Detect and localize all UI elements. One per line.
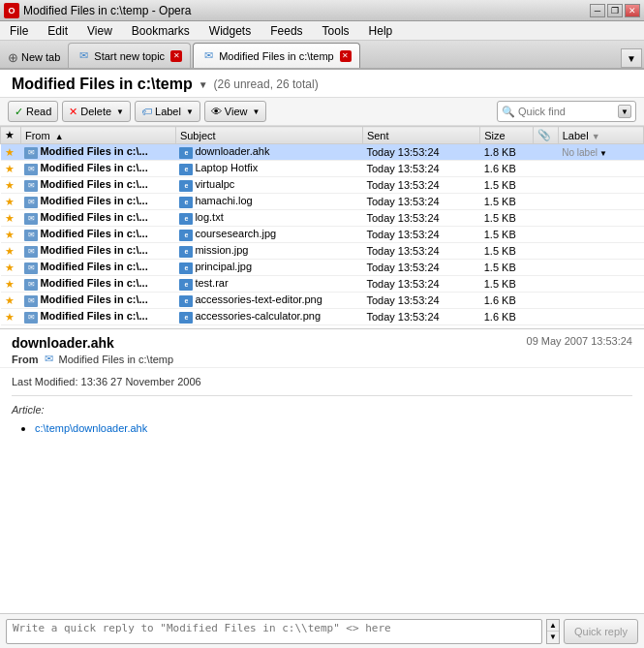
attachment-cell: [534, 161, 558, 177]
view-button[interactable]: 👁 View ▼: [204, 101, 267, 122]
menu-bookmarks[interactable]: Bookmarks: [126, 23, 196, 39]
star-cell[interactable]: ★: [1, 177, 21, 194]
star-cell[interactable]: ★: [1, 293, 21, 309]
table-row[interactable]: ★✉Modified Files in c:\...eLaptop Hotfix…: [1, 161, 644, 177]
label-dropdown-icon[interactable]: ▼: [599, 149, 607, 158]
search-dropdown-arrow[interactable]: ▼: [618, 105, 631, 118]
col-subject[interactable]: Subject: [175, 127, 362, 144]
restore-button[interactable]: ❐: [607, 4, 623, 17]
menu-feeds[interactable]: Feeds: [264, 23, 308, 39]
preview-divider: [12, 395, 632, 396]
col-size[interactable]: Size: [480, 127, 534, 144]
star-icon: ★: [5, 262, 15, 273]
size-cell: 1.5 KB: [480, 194, 534, 210]
preview-article-list: c:\temp\downloader.ahk: [12, 421, 632, 435]
star-cell[interactable]: ★: [1, 161, 21, 177]
size-cell: 1.5 KB: [480, 243, 534, 260]
sent-cell: Today 13:53:24: [362, 309, 479, 325]
email-from-icon: ✉: [24, 262, 38, 274]
menu-view[interactable]: View: [81, 23, 118, 39]
menu-help[interactable]: Help: [363, 23, 399, 39]
col-label[interactable]: Label ▼: [558, 127, 643, 144]
search-icon: 🔍: [502, 106, 515, 118]
from-cell: ✉Modified Files in c:\...: [20, 177, 175, 194]
delete-button[interactable]: ✕ Delete ▼: [62, 101, 131, 122]
search-input[interactable]: [518, 106, 615, 117]
delete-dropdown-icon[interactable]: ▼: [116, 108, 124, 116]
attachment-cell: [534, 309, 558, 325]
star-cell[interactable]: ★: [1, 144, 21, 161]
minimize-button[interactable]: ─: [590, 4, 605, 17]
star-cell[interactable]: ★: [1, 210, 21, 227]
menu-edit[interactable]: Edit: [42, 23, 74, 39]
table-row[interactable]: ★✉Modified Files in c:\...elog.txtToday …: [1, 210, 644, 227]
star-cell[interactable]: ★: [1, 194, 21, 210]
window-controls: ─ ❐ ✕: [590, 4, 640, 17]
col-from[interactable]: From ▲: [20, 127, 175, 144]
col-sent[interactable]: Sent: [362, 127, 479, 144]
attachment-cell: [534, 276, 558, 293]
subject-value: log.txt: [195, 211, 223, 223]
subject-cell: ehamachi.log: [175, 194, 362, 210]
from-value: Modified Files in c:\...: [40, 310, 147, 322]
star-cell[interactable]: ★: [1, 227, 21, 243]
reply-scroll-down[interactable]: ▼: [547, 632, 559, 643]
view-dropdown-icon[interactable]: ▼: [253, 108, 261, 116]
tab-close-start-new-topic[interactable]: ✕: [170, 50, 182, 62]
from-value: Modified Files in c:\...: [40, 178, 147, 190]
menu-tools[interactable]: Tools: [317, 23, 355, 39]
new-tab-button[interactable]: ⊕ New tab: [2, 46, 66, 68]
close-button[interactable]: ✕: [625, 4, 640, 17]
size-cell: 1.5 KB: [480, 210, 534, 227]
from-value: Modified Files in c:\...: [40, 228, 147, 239]
email-from-icon: ✉: [24, 197, 38, 208]
col-attachment[interactable]: 📎: [534, 127, 558, 144]
table-row[interactable]: ★✉Modified Files in c:\...edownloader.ah…: [1, 144, 644, 161]
title-bar: O Modified Files in c:\temp - Opera ─ ❐ …: [0, 0, 644, 21]
table-row[interactable]: ★✉Modified Files in c:\...eaccessories-t…: [1, 293, 644, 309]
email-from-icon: ✉: [24, 246, 38, 258]
tab-start-new-topic[interactable]: ✉ Start new topic ✕: [68, 43, 191, 68]
from-cell: ✉Modified Files in c:\...: [20, 260, 175, 276]
star-icon: ★: [5, 245, 15, 257]
table-row[interactable]: ★✉Modified Files in c:\...eaccessories-c…: [1, 309, 644, 325]
sent-cell: Today 13:53:24: [362, 161, 479, 177]
preview-link[interactable]: c:\temp\downloader.ahk: [35, 422, 147, 434]
menu-file[interactable]: File: [4, 23, 34, 39]
label-cell: [558, 210, 643, 227]
read-button[interactable]: ✓ Read: [8, 101, 58, 122]
table-row[interactable]: ★✉Modified Files in c:\...emission.jpgTo…: [1, 243, 644, 260]
table-row[interactable]: ★✉Modified Files in c:\...eprincipal.jpg…: [1, 260, 644, 276]
star-cell[interactable]: ★: [1, 260, 21, 276]
tab-close-modified-files[interactable]: ✕: [340, 50, 352, 62]
preview-header: 09 May 2007 13:53:24 downloader.ahk From…: [0, 329, 644, 368]
tab-menu-button[interactable]: ▼: [621, 48, 642, 68]
menu-widgets[interactable]: Widgets: [203, 23, 257, 39]
page-title-arrow[interactable]: ▼: [199, 79, 208, 90]
reply-input[interactable]: [6, 619, 542, 644]
table-row[interactable]: ★✉Modified Files in c:\...evirtualpcToda…: [1, 177, 644, 194]
subject-value: Laptop Hotfix: [195, 162, 258, 173]
star-cell[interactable]: ★: [1, 243, 21, 260]
label-button[interactable]: 🏷 Label ▼: [135, 101, 200, 122]
col-star[interactable]: ★: [1, 127, 21, 144]
table-row[interactable]: ★✉Modified Files in c:\...etest.rarToday…: [1, 276, 644, 293]
size-cell: 1.5 KB: [480, 177, 534, 194]
email-list-container[interactable]: ★ From ▲ Subject Sent Size 📎 Label ▼ ★✉M…: [0, 126, 644, 329]
tab-icon-start-new-topic: ✉: [77, 49, 90, 63]
sent-cell: Today 13:53:24: [362, 177, 479, 194]
star-icon: ★: [5, 311, 15, 323]
star-cell[interactable]: ★: [1, 276, 21, 293]
attachment-cell: [534, 144, 558, 161]
star-cell[interactable]: ★: [1, 309, 21, 325]
table-row[interactable]: ★✉Modified Files in c:\...ecoursesearch.…: [1, 227, 644, 243]
label-dropdown-icon[interactable]: ▼: [186, 108, 194, 116]
reply-scroll-up[interactable]: ▲: [547, 620, 559, 633]
attachment-cell: [534, 177, 558, 194]
file-icon: e: [179, 197, 193, 208]
preview-from-icon: ✉: [45, 353, 53, 365]
tab-modified-files[interactable]: ✉ Modified Files in c:\temp ✕: [193, 43, 360, 68]
attachment-cell: [534, 293, 558, 309]
quick-reply-button[interactable]: Quick reply: [564, 619, 638, 644]
table-row[interactable]: ★✉Modified Files in c:\...ehamachi.logTo…: [1, 194, 644, 210]
